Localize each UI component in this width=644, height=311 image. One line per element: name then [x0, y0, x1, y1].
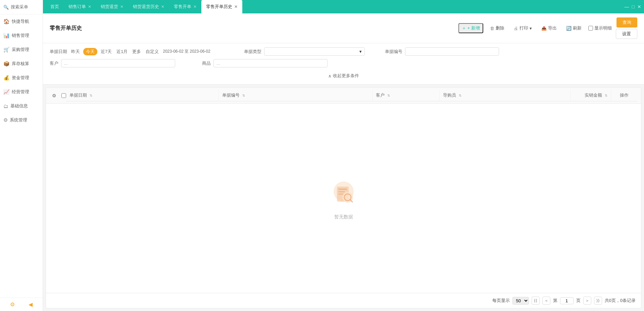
collapse-label: 收起更多条件	[333, 73, 359, 79]
sidebar-settings-icon[interactable]: ⚙	[10, 301, 15, 308]
sidebar-item-label: 经营管理	[12, 89, 29, 95]
sidebar-item-label: 基础信息	[10, 103, 28, 109]
goods-select[interactable]: ...	[213, 59, 328, 67]
sidebar: 🔍 搜索采单 🏠 快捷导航 📊 销售管理 🛒 采购管理 📦 库存核算 💰 资金管…	[0, 0, 43, 311]
table-area: ⚙ 单据日期 ⇅ 单据编号 ⇅	[46, 87, 641, 308]
query-button[interactable]: 查询	[616, 17, 637, 28]
sidebar-collapse-icon[interactable]: ◀	[29, 301, 33, 308]
date-custom[interactable]: 自定义	[144, 48, 160, 55]
display-detail-checkbox[interactable]: 显示明细	[588, 25, 612, 31]
export-button[interactable]: 📤 导出	[539, 24, 559, 33]
tab-sales-return-history-close[interactable]: ✕	[161, 4, 164, 9]
date-range-display: 2023-06-02 至 2023-06-02	[163, 49, 210, 54]
goods-filter-field: 商品 ...	[202, 59, 328, 67]
minimize-button[interactable]: —	[625, 4, 629, 9]
sidebar-search[interactable]: 🔍 搜索采单	[0, 0, 43, 14]
date-more[interactable]: 更多	[131, 48, 142, 55]
refresh-button[interactable]: 🔄 刷新	[563, 24, 584, 33]
col-no-label: 单据编号	[222, 93, 240, 98]
sidebar-item-label: 资金管理	[12, 75, 29, 81]
col-date[interactable]: 单据日期 ⇅	[66, 90, 219, 101]
per-page-select[interactable]: 50	[512, 297, 529, 305]
col-salesperson-label: 导购员	[443, 93, 456, 98]
sidebar-item-label: 采购管理	[12, 47, 29, 53]
tab-sales-order[interactable]: 销售订单 ✕	[64, 0, 96, 13]
tab-sales-return-close[interactable]: ✕	[120, 4, 123, 9]
maximize-button[interactable]: □	[632, 4, 635, 9]
sidebar-item-label: 销售管理	[12, 33, 29, 39]
display-detail-input[interactable]	[588, 26, 593, 31]
page-input[interactable]	[560, 297, 574, 304]
print-button[interactable]: 🖨 打印 ▾	[511, 24, 535, 33]
tab-sales-return[interactable]: 销货退货 ✕	[96, 0, 128, 13]
col-salesperson[interactable]: 导购员 ⇅	[440, 90, 571, 101]
col-no[interactable]: 单据编号 ⇅	[219, 90, 373, 101]
customer-filter-field: 客户 ...	[50, 59, 175, 67]
collapse-more-btn[interactable]: ∧ 收起更多条件	[50, 71, 637, 81]
delete-button[interactable]: 🗑 删除	[487, 24, 507, 33]
svg-rect-3	[338, 191, 345, 192]
col-customer[interactable]: 客户 ⇅	[373, 90, 440, 101]
sidebar-item-quick-nav[interactable]: 🏠 快捷导航	[0, 14, 43, 29]
col-action-label: 操作	[620, 93, 629, 98]
col-amount[interactable]: 实销金额 ⇅	[571, 90, 611, 101]
export-icon: 📤	[541, 26, 547, 31]
first-page-button[interactable]: ⟨⟨	[532, 297, 540, 305]
date-last-month[interactable]: 近1月	[115, 48, 129, 55]
empty-state: 暂无数据	[46, 104, 641, 293]
select-all-checkbox[interactable]	[61, 93, 66, 98]
tab-sales-return-history[interactable]: 销货退货历史 ✕	[128, 0, 169, 13]
print-label: 打印	[519, 25, 528, 31]
sidebar-item-purchase-mgmt[interactable]: 🛒 采购管理	[0, 43, 43, 57]
last-page-button[interactable]: ⟩⟩	[594, 297, 602, 305]
prev-page-button[interactable]: ＜	[542, 297, 550, 305]
svg-rect-4	[338, 194, 344, 195]
window-controls: — □ ✕	[625, 4, 641, 9]
sidebar-item-sales-mgmt[interactable]: 📊 销售管理	[0, 29, 43, 43]
svg-rect-2	[338, 189, 347, 190]
refresh-label: 刷新	[573, 25, 582, 31]
col-customer-sort-icon: ⇅	[387, 94, 390, 97]
empty-text: 暂无数据	[334, 214, 353, 220]
tab-retail-history-label: 零售开单历史	[206, 4, 232, 10]
tab-sales-return-history-label: 销货退货历史	[133, 4, 159, 10]
new-button[interactable]: ＋ + 新增	[458, 23, 483, 33]
sidebar-item-inventory[interactable]: 📦 库存核算	[0, 57, 43, 71]
date-last7[interactable]: 近7天	[99, 48, 113, 55]
sidebar-item-finance[interactable]: 💰 资金管理	[0, 71, 43, 85]
tab-home-label: 首页	[50, 4, 59, 10]
sidebar-item-sys-mgmt[interactable]: ⚙ 系统管理	[0, 113, 43, 127]
customer-select[interactable]: ...	[61, 59, 175, 67]
tab-sales-order-close[interactable]: ✕	[88, 4, 91, 9]
sidebar-item-base-info[interactable]: 🗂 基础信息	[0, 99, 43, 113]
col-amount-label: 实销金额	[585, 93, 602, 98]
tab-retail-history[interactable]: 零售开单历史 ✕	[201, 0, 242, 13]
col-date-sort-icon: ⇅	[90, 94, 92, 97]
tab-home[interactable]: 首页	[46, 0, 64, 13]
next-page-button[interactable]: ＞	[583, 297, 591, 305]
finance-icon: 💰	[3, 75, 10, 81]
col-amount-sort-icon: ⇅	[605, 94, 607, 97]
doc-no-filter-field: 单据编号	[385, 47, 499, 56]
search-icon: 🔍	[3, 5, 9, 10]
inventory-icon: 📦	[3, 61, 10, 67]
table-settings-icon[interactable]: ⚙	[49, 91, 59, 100]
doc-type-select[interactable]: ▾	[264, 47, 365, 56]
base-info-icon: 🗂	[3, 103, 8, 109]
col-salesperson-sort-icon: ⇅	[459, 94, 461, 97]
sidebar-item-operations[interactable]: 📈 经营管理	[0, 85, 43, 99]
filter-area: 单据日期 昨天 今天 近7天 近1月 更多 自定义 2023-06-02 至 2…	[43, 43, 644, 85]
settings-button[interactable]: 设置	[616, 29, 637, 39]
tab-retail-open[interactable]: 零售开单 ✕	[169, 0, 201, 13]
doc-no-input[interactable]	[405, 47, 499, 56]
close-button[interactable]: ✕	[637, 4, 641, 9]
pagination: 每页显示 50 ⟨⟨ ＜ 第 页 ＞ ⟩⟩ 共0页，0条记录	[46, 293, 641, 308]
customer-label: 客户	[50, 60, 58, 66]
date-shortcuts: 昨天 今天 近7天 近1月 更多 自定义	[70, 48, 160, 55]
tab-retail-open-close[interactable]: ✕	[193, 4, 197, 9]
toolbar-actions: ＋ + 新增 🗑 删除 🖨 打印 ▾ 📤 导出 🔄	[458, 17, 637, 39]
print-arrow-icon: ▾	[530, 26, 532, 31]
date-yesterday[interactable]: 昨天	[70, 48, 81, 55]
tab-retail-history-close[interactable]: ✕	[234, 4, 238, 9]
date-today[interactable]: 今天	[83, 48, 97, 55]
